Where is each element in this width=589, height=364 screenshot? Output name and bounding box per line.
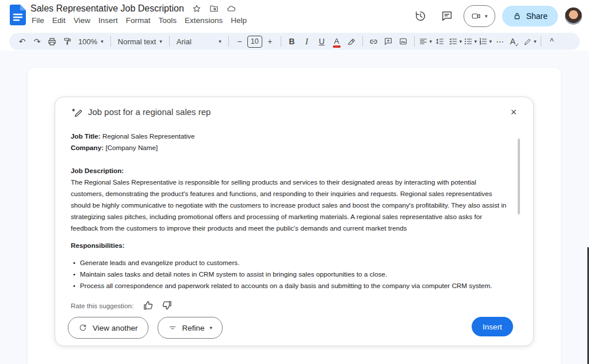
list-item: Generate leads and evangelize product to… (71, 257, 507, 269)
increase-font-size-button[interactable]: + (263, 35, 277, 48)
paragraph-style-select[interactable]: Normal text ▾ (114, 35, 166, 48)
lock-icon (512, 12, 522, 21)
font-size-input[interactable] (247, 36, 262, 48)
insert-button[interactable]: Insert (472, 317, 513, 336)
comments-icon[interactable] (437, 6, 457, 26)
view-another-button[interactable]: View another (68, 317, 148, 339)
highlight-color-button[interactable] (345, 35, 359, 48)
zoom-value: 100% (78, 37, 97, 46)
text-color-button[interactable]: A (330, 35, 344, 48)
bold-icon: B (289, 37, 294, 46)
thumbs-up-button[interactable] (143, 300, 154, 311)
underline-button[interactable]: U (315, 35, 329, 48)
bold-button[interactable]: B (285, 35, 299, 48)
google-docs-window: Sales Representative Job Description Fil… (0, 0, 589, 364)
chevron-down-icon: ▾ (534, 39, 537, 44)
refresh-icon (78, 323, 87, 332)
share-button[interactable]: Share (502, 6, 558, 26)
numbered-list-icon (479, 37, 488, 46)
close-button[interactable]: × (506, 104, 522, 120)
checklist-button[interactable]: ▾ (448, 35, 462, 48)
magic-pencil-icon (71, 107, 83, 118)
menu-insert[interactable]: Insert (94, 14, 122, 26)
zoom-select[interactable]: 100% ▾ (75, 35, 107, 48)
filter-icon (168, 323, 177, 332)
print-button[interactable] (45, 35, 59, 48)
help-me-write-dialog: Job post for a regional sales rep × Job … (55, 97, 534, 346)
menu-edit[interactable]: Edit (48, 14, 70, 26)
more-horizontal-icon: ⋯ (496, 37, 504, 46)
numbered-list-button[interactable]: ▾ (478, 35, 492, 48)
bulleted-list-button[interactable]: ▾ (463, 35, 477, 48)
rate-suggestion-row: Rate this suggestion: (71, 300, 173, 311)
company-value: [Company Name] (104, 144, 158, 151)
app-header: Sales Representative Job Description Fil… (0, 0, 589, 32)
spell-check-button[interactable]: A (508, 35, 522, 48)
docs-logo-icon[interactable] (10, 5, 26, 25)
toolbar-divider (110, 36, 111, 47)
meet-call-button[interactable]: ▾ (464, 5, 495, 27)
responsibilities-heading: Responsibilities: (71, 240, 507, 251)
align-left-icon (419, 37, 428, 46)
menu-format[interactable]: Format (122, 14, 155, 26)
add-comment-button[interactable] (381, 35, 396, 48)
undo-button[interactable]: ↶ (15, 35, 29, 48)
bulleted-list-icon (464, 37, 473, 46)
dialog-scrollbar-thumb[interactable] (518, 139, 520, 214)
move-folder-icon[interactable] (209, 4, 219, 13)
job-title-line: Job Title: Regional Sales Representative (71, 131, 507, 142)
menu-tools[interactable]: Tools (155, 14, 181, 26)
insert-link-button[interactable] (366, 35, 381, 48)
pen-icon (523, 37, 532, 46)
refine-button[interactable]: Refine ▾ (158, 317, 223, 339)
line-spacing-button[interactable] (433, 35, 448, 48)
align-button[interactable]: ▾ (418, 35, 433, 48)
close-icon: × (511, 106, 517, 118)
plus-icon: + (267, 37, 272, 46)
insert-image-icon (399, 37, 408, 46)
decrease-font-size-button[interactable]: − (232, 35, 247, 48)
menu-help[interactable]: Help (227, 14, 251, 26)
minus-icon: − (237, 37, 242, 46)
job-title-label: Job Title: (71, 132, 101, 140)
spell-check-icon: A (510, 37, 520, 46)
cloud-status-icon[interactable] (227, 4, 236, 13)
menu-extensions[interactable]: Extensions (181, 14, 227, 26)
collapse-icon: ^ (550, 37, 554, 46)
suggestion-content: Job Title: Regional Sales Representative… (71, 131, 507, 292)
style-value: Normal text (118, 37, 156, 46)
menu-view[interactable]: View (70, 14, 94, 26)
undo-icon: ↶ (19, 37, 26, 46)
list-item: Maintain sales tasks and detail notes in… (71, 269, 507, 280)
chevron-down-icon: ▾ (460, 39, 462, 44)
toolbar-divider (541, 36, 541, 47)
editing-mode-button[interactable]: ▾ (523, 35, 537, 48)
thumbs-down-button[interactable] (161, 300, 173, 311)
more-options-button[interactable]: ⋯ (493, 35, 507, 48)
menu-file[interactable]: File (28, 14, 48, 26)
paint-format-button[interactable] (60, 35, 74, 48)
collapse-toolbar-button[interactable]: ^ (545, 35, 559, 48)
dialog-footer: View another Refine ▾ (68, 317, 223, 339)
link-icon (369, 37, 378, 47)
version-history-icon[interactable] (411, 6, 430, 26)
italic-button[interactable]: I (300, 35, 314, 48)
font-value: Arial (177, 37, 192, 46)
video-camera-icon (471, 11, 481, 21)
chevron-down-icon: ▾ (430, 39, 433, 44)
line-spacing-icon (435, 37, 445, 46)
chevron-down-icon: ▾ (489, 39, 492, 44)
redo-button[interactable]: ↷ (30, 35, 44, 48)
chevron-down-icon: ▾ (210, 325, 213, 331)
dialog-title: Job post for a regional sales rep (88, 107, 211, 117)
font-family-select[interactable]: Arial ▾ (173, 35, 225, 48)
title-row: Sales Representative Job Description (30, 2, 236, 15)
document-title[interactable]: Sales Representative Job Description (30, 3, 184, 14)
header-actions: ▾ Share (411, 5, 582, 27)
chevron-down-icon: ▾ (475, 39, 477, 44)
formatting-toolbar: ↶ ↷ 100% ▾ Normal text ▾ Arial ▾ − + B I… (9, 33, 580, 50)
insert-image-button[interactable] (396, 35, 411, 48)
list-item: Process all correspondence and paperwork… (71, 280, 507, 292)
account-avatar[interactable] (565, 7, 582, 25)
star-icon[interactable] (192, 4, 201, 13)
